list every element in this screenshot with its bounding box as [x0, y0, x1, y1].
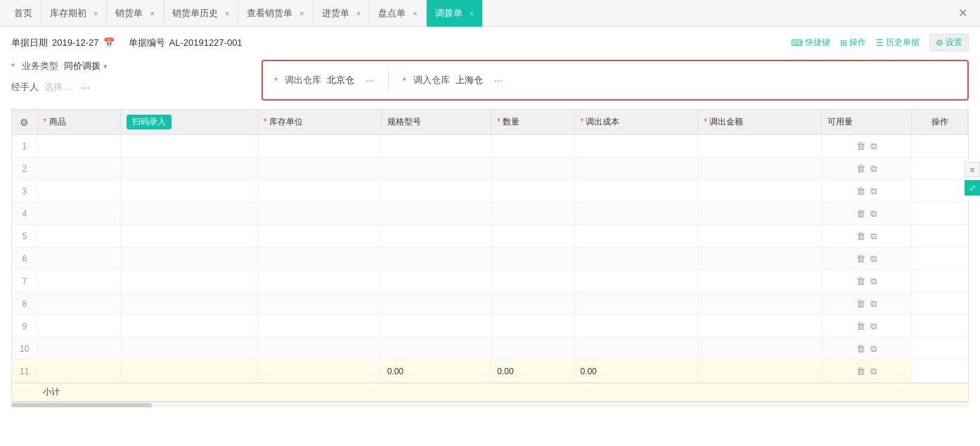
row-3-product[interactable]: [37, 180, 120, 203]
row-9-product[interactable]: [37, 315, 120, 338]
transfer-out-value[interactable]: 北京仓: [327, 74, 354, 87]
row-6-spec[interactable]: [257, 248, 381, 270]
row-9-spec[interactable]: [257, 315, 381, 338]
scan-button[interactable]: 扫码录入: [127, 115, 172, 129]
row-3-amount[interactable]: [574, 180, 698, 203]
shortcuts-btn[interactable]: ⌨ 快捷键: [791, 37, 830, 49]
row-10-unit[interactable]: [120, 338, 257, 360]
copy-icon[interactable]: ⧉: [870, 343, 877, 354]
copy-icon[interactable]: ⧉: [870, 298, 877, 309]
tab-transfer-order-close[interactable]: ×: [470, 9, 474, 18]
copy-icon[interactable]: ⧉: [870, 208, 877, 219]
delete-icon[interactable]: 🗑: [856, 366, 865, 376]
delete-icon[interactable]: 🗑: [856, 343, 865, 354]
row-10-spec[interactable]: [257, 338, 381, 360]
business-type-select[interactable]: 同价调拨 ▾: [64, 60, 108, 72]
row-5-spec[interactable]: [257, 225, 381, 248]
row-8-unit[interactable]: [120, 293, 257, 315]
tab-transfer-order[interactable]: 调拨单 ×: [427, 0, 483, 27]
tab-purchase-order[interactable]: 进货单 ×: [314, 0, 370, 27]
row-6-product[interactable]: [37, 248, 120, 270]
tab-inventory-init[interactable]: 库存期初 ×: [41, 0, 107, 27]
tab-sales-history[interactable]: 销货单历史 ×: [164, 0, 238, 27]
window-close-button[interactable]: ✕: [951, 6, 974, 20]
row-3-quantity[interactable]: [381, 180, 491, 203]
row-5-amount[interactable]: [574, 225, 698, 248]
tab-sales-history-close[interactable]: ×: [225, 9, 229, 18]
row-3-unit[interactable]: [120, 180, 257, 203]
row-1-spec[interactable]: [257, 135, 381, 158]
tab-inventory-count[interactable]: 盘点单 ×: [370, 0, 426, 27]
delete-icon[interactable]: 🗑: [856, 276, 865, 286]
scrollbar-thumb[interactable]: [11, 403, 152, 407]
row-8-product[interactable]: [37, 293, 120, 315]
row-9-quantity[interactable]: [381, 315, 491, 338]
row-2-amount[interactable]: [574, 158, 698, 180]
row-1-product[interactable]: [37, 135, 120, 158]
row-8-spec[interactable]: [257, 293, 381, 315]
tab-view-sales[interactable]: 查看销货单 ×: [238, 0, 313, 27]
delete-icon[interactable]: 🗑: [856, 253, 865, 264]
row-8-quantity[interactable]: [381, 293, 491, 315]
row-6-unit[interactable]: [120, 248, 257, 270]
copy-icon[interactable]: ⧉: [870, 276, 877, 286]
operations-btn[interactable]: ⊞ 操作: [840, 37, 866, 49]
row-1-amount[interactable]: [574, 135, 698, 158]
copy-icon[interactable]: ⧉: [870, 366, 877, 376]
row-7-product[interactable]: [37, 270, 120, 293]
row-2-product[interactable]: [37, 158, 120, 180]
row-6-cost[interactable]: [491, 248, 574, 270]
tab-view-sales-close[interactable]: ×: [299, 9, 304, 18]
settings-button[interactable]: ⚙ 设置: [929, 34, 969, 51]
transfer-in-more-icon[interactable]: ···: [494, 75, 503, 86]
copy-icon[interactable]: ⧉: [870, 253, 877, 264]
handler-input[interactable]: 选择...: [44, 81, 70, 94]
copy-icon[interactable]: ⧉: [870, 163, 877, 174]
copy-icon[interactable]: ⧉: [870, 321, 877, 331]
history-btn[interactable]: ☰ 历史单据: [876, 37, 920, 49]
row-4-product[interactable]: [37, 203, 120, 225]
row-3-cost[interactable]: [491, 180, 574, 203]
row-4-unit[interactable]: [120, 203, 257, 225]
row-4-spec[interactable]: [257, 203, 381, 225]
row-9-amount[interactable]: [574, 315, 698, 338]
delete-icon[interactable]: 🗑: [856, 141, 865, 151]
row-6-quantity[interactable]: [381, 248, 491, 270]
handler-more-icon[interactable]: ···: [82, 82, 90, 93]
row-2-cost[interactable]: [491, 158, 574, 180]
transfer-out-more-icon[interactable]: ···: [366, 75, 374, 86]
row-8-cost[interactable]: [491, 293, 574, 315]
row-4-amount[interactable]: [574, 203, 698, 225]
table-settings-icon[interactable]: ⚙: [20, 117, 29, 128]
row-5-product[interactable]: [37, 225, 120, 248]
tab-purchase-order-close[interactable]: ×: [356, 9, 361, 18]
row-5-unit[interactable]: [120, 225, 257, 248]
row-1-quantity[interactable]: [381, 135, 491, 158]
copy-icon[interactable]: ⧉: [870, 141, 877, 151]
tab-sales-order-close[interactable]: ×: [150, 9, 154, 18]
delete-icon[interactable]: 🗑: [856, 186, 865, 196]
row-1-unit[interactable]: [120, 135, 257, 158]
delete-icon[interactable]: 🗑: [856, 208, 865, 219]
row-7-spec[interactable]: [257, 270, 381, 293]
copy-icon[interactable]: ⧉: [870, 186, 877, 196]
date-value[interactable]: 2019-12-27: [52, 37, 99, 48]
row-6-amount[interactable]: [574, 248, 698, 270]
row-9-cost[interactable]: [491, 315, 574, 338]
row-8-amount[interactable]: [574, 293, 698, 315]
right-list-btn[interactable]: ≡: [965, 162, 980, 177]
row-10-amount[interactable]: [574, 338, 698, 360]
horizontal-scrollbar[interactable]: [11, 402, 969, 407]
tab-inventory-count-close[interactable]: ×: [413, 9, 417, 18]
row-10-cost[interactable]: [491, 338, 574, 360]
delete-icon[interactable]: 🗑: [856, 298, 865, 309]
row-3-spec[interactable]: [257, 180, 381, 203]
row-9-unit[interactable]: [120, 315, 257, 338]
copy-icon[interactable]: ⧉: [870, 231, 877, 241]
row-4-quantity[interactable]: [381, 203, 491, 225]
right-expand-btn[interactable]: ⤢: [965, 180, 980, 196]
transfer-in-value[interactable]: 上海仓: [456, 74, 483, 87]
delete-icon[interactable]: 🗑: [856, 163, 865, 174]
row-2-unit[interactable]: [120, 158, 257, 180]
row-2-spec[interactable]: [257, 158, 381, 180]
